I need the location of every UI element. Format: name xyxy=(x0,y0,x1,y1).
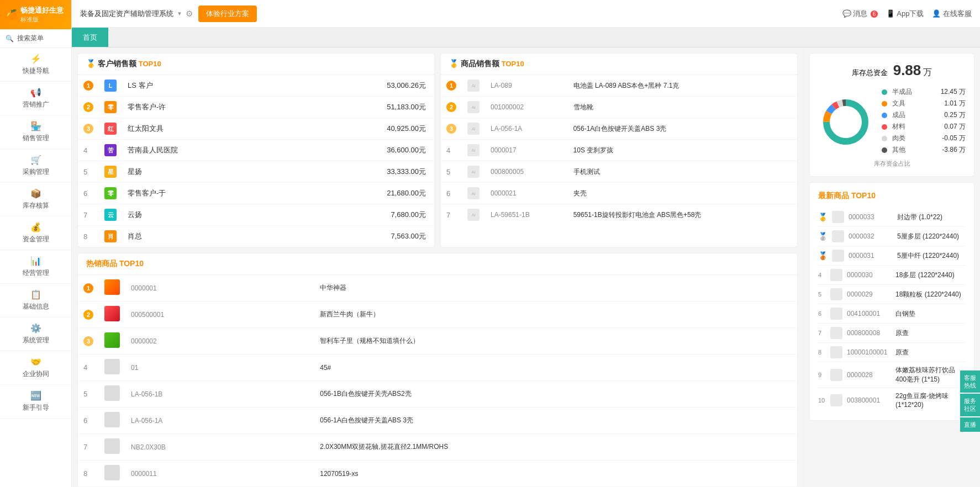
top-products-rank-table: 1 Ai LA-089 电池盖 LA-089 ABS本色+黑种 7.1克 2 A… xyxy=(441,75,797,225)
sidebar-item-sales[interactable]: 🏪 销售管理 xyxy=(0,115,71,149)
product-img-placeholder xyxy=(104,359,120,374)
customer-service-btn[interactable]: 客服热线 xyxy=(960,370,980,393)
rank-num: 8 xyxy=(83,232,87,241)
legend-dot xyxy=(882,113,887,118)
sidebar-item-system[interactable]: ⚙️ 系统管理 xyxy=(0,317,71,351)
purchase-icon: 🛒 xyxy=(30,155,41,165)
sidebar-item-company[interactable]: 🤝 企业协同 xyxy=(0,351,71,385)
sidebar-item-marketing[interactable]: 📢 营销推广 xyxy=(0,82,71,115)
legend-value: 1.01 万 xyxy=(944,99,966,108)
customer-name: 零售客户-于 xyxy=(122,183,289,204)
legend-name: 文具 xyxy=(882,99,905,108)
right-panel: 库存总资金 9.88 万 xyxy=(803,47,980,487)
message-link[interactable]: 💬 消息 6 xyxy=(842,9,878,19)
legend-item: 材料 0.07 万 xyxy=(882,122,966,131)
table-row: 3 红 红太阳文具 40,925.00元 xyxy=(78,118,434,140)
rank-num: 7 xyxy=(83,443,87,451)
inventory-title: 库存总资金 xyxy=(852,68,888,77)
table-row: 8 肖 肖总 7,563.00元 xyxy=(78,226,434,247)
search-menu[interactable]: 🔍 搜索菜单 xyxy=(0,29,71,48)
table-row: 5 星 星扬 33,333.00元 xyxy=(78,161,434,183)
new-product-img xyxy=(830,308,842,320)
list-item: 4 01 45# xyxy=(78,354,797,381)
top-products-rank-title: 🥇 商品销售额 TOP10 xyxy=(449,59,524,69)
customer-name: 红太阳文具 xyxy=(122,118,289,140)
hot-product-code: LA-056-1B xyxy=(125,381,314,407)
rank-num: 6 xyxy=(83,189,87,198)
dropdown-arrow-icon: ▼ xyxy=(177,10,182,17)
new-product-code: 000800008 xyxy=(847,329,891,337)
product-code: 001000002 xyxy=(485,97,568,118)
new-product-img xyxy=(830,269,842,281)
guide-icon: 🆕 xyxy=(30,390,41,401)
table-row: 2 Ai 001000002 雪地靴 xyxy=(441,97,797,118)
hot-product-code: NB2.0X30B xyxy=(125,434,314,460)
legend-dot xyxy=(882,124,887,130)
rank-num: 4 xyxy=(818,272,826,278)
new-product-code: 0000032 xyxy=(849,232,893,240)
rank-num: 4 xyxy=(83,363,87,372)
service-community-btn[interactable]: 服务社区 xyxy=(960,394,980,416)
list-item: 1 0000001 中华神器 xyxy=(78,275,797,301)
sidebar-item-base-info[interactable]: 📋 基础信息 xyxy=(0,284,71,317)
product-code: 000800005 xyxy=(485,161,568,183)
product-code: 0000021 xyxy=(485,183,568,204)
search-menu-label: 搜索菜单 xyxy=(17,34,44,43)
sidebar-item-operations[interactable]: 📊 经营管理 xyxy=(0,250,71,284)
top-products-rank-header: 🥇 商品销售额 TOP10 xyxy=(441,54,797,75)
rank-badge: 1 xyxy=(83,81,93,91)
sidebar-item-finance[interactable]: 💰 资金管理 xyxy=(0,216,71,250)
try-plan-button[interactable]: 体验行业方案 xyxy=(198,6,257,22)
new-product-name: 18多层 (1220*2440) xyxy=(895,271,955,280)
sidebar-item-inventory[interactable]: 📦 库存核算 xyxy=(0,183,71,216)
table-row: 2 零 零售客户-许 51,183.00元 xyxy=(78,97,434,118)
rank-badge: 3 xyxy=(83,124,93,134)
marketing-icon: 📢 xyxy=(30,87,41,98)
product-img-placeholder xyxy=(104,412,120,427)
list-item: 6 LA-056-1A 056-1A白色按键开关盖ABS 3壳 xyxy=(78,407,797,434)
legend-item: 半成品 12.45 万 xyxy=(882,87,966,97)
rank-num: 7 xyxy=(446,211,450,219)
table-row: 6 Ai 0000021 夹壳 xyxy=(441,183,797,204)
sidebar-item-label: 销售管理 xyxy=(23,134,49,143)
legend-name: 肉类 xyxy=(882,134,905,143)
customer-amount: 33,333.00元 xyxy=(289,161,434,183)
top-customers-header: 🥇 客户销售额 TOP10 xyxy=(78,54,434,75)
rank-badge: 🥈 xyxy=(818,232,828,241)
top-customers-table: 1 L LS 客户 53,006.26元 2 零 零售客户-许 51,183.0… xyxy=(78,75,434,247)
inventory-ratio-label: 库存资金占比 xyxy=(818,160,966,168)
customer-tag: 苦 xyxy=(104,144,117,156)
online-service-label: 在线客服 xyxy=(943,9,972,18)
live-stream-btn[interactable]: 直播 xyxy=(960,417,980,432)
legend-name: 成品 xyxy=(882,110,905,120)
sidebar-item-guide[interactable]: 🆕 新手引导 xyxy=(0,385,71,419)
legend-item: 文具 1.01 万 xyxy=(882,99,966,108)
online-service-link[interactable]: 👤 在线客服 xyxy=(932,9,972,19)
new-products-title: 最新商品 TOP10 xyxy=(818,191,966,201)
sidebar-item-label: 库存核算 xyxy=(23,201,49,210)
table-row: 1 L LS 客户 53,006.26元 xyxy=(78,75,434,97)
rank-num: 5 xyxy=(83,168,87,176)
top-panels-row: 🥇 客户销售额 TOP10 1 L LS 客户 53,006.26元 2 零 零… xyxy=(77,53,798,247)
sidebar-item-label: 营销推广 xyxy=(23,100,49,109)
app-download-link[interactable]: 📱 App下载 xyxy=(886,9,924,19)
product-img: Ai xyxy=(467,80,480,92)
legend-item: 肉类 -0.05 万 xyxy=(882,134,966,143)
legend-dot xyxy=(882,101,887,107)
search-icon: 🔍 xyxy=(6,35,14,43)
customer-tag: 零 xyxy=(104,101,117,113)
product-img: Ai xyxy=(467,209,480,221)
sidebar-item-purchase[interactable]: 🛒 采购管理 xyxy=(0,149,71,183)
list-item: 4 0000030 18多层 (1220*2440) xyxy=(818,266,966,285)
customer-tag: 肖 xyxy=(104,230,117,242)
logo-line1: 畅捷通好生意 xyxy=(20,6,64,15)
customer-name: 苦南县人民医院 xyxy=(122,140,289,161)
gear-icon[interactable]: ⚙ xyxy=(186,9,193,19)
new-product-code: 0000031 xyxy=(849,252,893,260)
sidebar-item-quick-nav[interactable]: ⚡ 快捷导航 xyxy=(0,48,71,82)
tab-home[interactable]: 首页 xyxy=(72,28,108,47)
product-img: Ai xyxy=(467,187,480,199)
top-products-rank-panel: 🥇 商品销售额 TOP10 1 Ai LA-089 电池盖 LA-089 ABS… xyxy=(440,53,798,247)
hot-product-code: 0000011 xyxy=(125,460,314,487)
table-row: 4 Ai 0000017 10S 变刹罗孩 xyxy=(441,140,797,161)
